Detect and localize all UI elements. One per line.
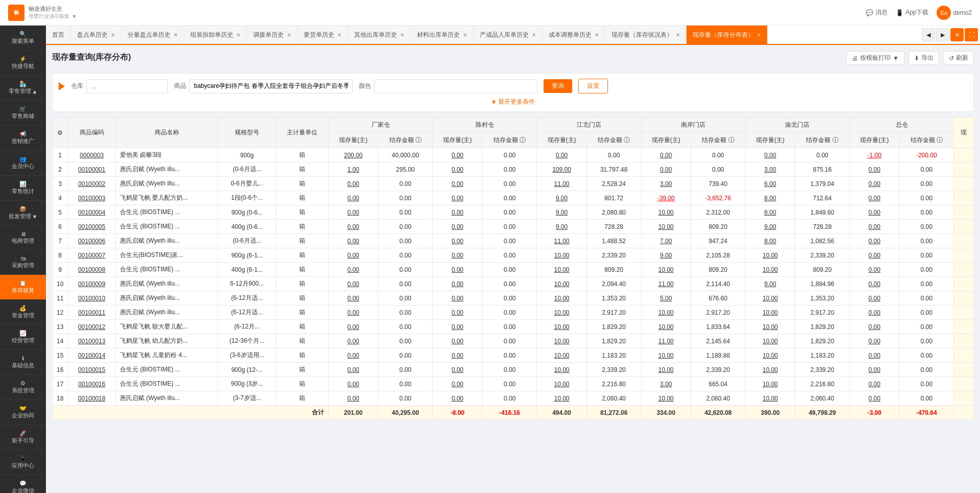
row-g4q[interactable]: 7.00 [641,234,691,248]
row-g4q[interactable]: 3.00 [641,177,691,191]
row-g5q[interactable]: 8.00 [745,205,795,220]
row-g3q[interactable]: 10.00 [537,306,586,320]
row-g4q[interactable]: 5.00 [641,291,691,306]
row-g4q[interactable]: 11.00 [641,334,691,348]
row-tq[interactable]: 0.00 [850,363,899,377]
expand-triangle[interactable] [59,82,65,90]
row-g1q[interactable]: 0.00 [328,277,378,291]
row-g5q[interactable]: 10.00 [745,391,795,406]
row-g5q[interactable]: 6.00 [745,177,795,191]
print-btn[interactable]: 🖨 按模板打印 ▼ [846,51,904,65]
row-code[interactable]: 00100011 [68,306,116,320]
row-tq[interactable]: 0.00 [850,291,899,306]
app-download-btn[interactable]: 📱 App下载 [896,8,928,17]
row-g5q[interactable]: 10.00 [745,248,795,263]
row-g5q[interactable]: 8.00 [745,234,795,248]
tab-close-icon[interactable]: ✕ [174,32,178,38]
col-gear[interactable]: ⚙ [53,118,68,148]
sidebar-item-mall[interactable]: 🛒 零售商城 [0,101,46,126]
row-g5q[interactable]: 9.00 [745,277,795,291]
warehouse-input[interactable] [86,79,168,93]
row-g2q[interactable]: 0.00 [433,391,482,406]
row-g4q[interactable]: 10.00 [641,263,691,277]
row-g3q[interactable]: 10.00 [537,363,586,377]
row-g4q[interactable]: 10.00 [641,205,691,220]
row-g2q[interactable]: 0.00 [433,234,482,248]
row-tq[interactable]: 0.00 [850,248,899,263]
row-code[interactable]: 00100003 [68,191,116,205]
tab-close-icon[interactable]: ✕ [757,32,761,38]
row-g5q[interactable]: 3.00 [745,162,795,177]
row-tq[interactable]: 0.00 [850,348,899,363]
tab-costadjust[interactable]: 成本调整单历史 ✕ [543,26,605,44]
row-code[interactable]: 00100013 [68,334,116,348]
goods-input[interactable] [189,79,353,93]
row-g1q[interactable]: 0.00 [328,391,378,406]
row-g2q[interactable]: 0.00 [433,291,482,306]
row-g3q[interactable]: 109.00 [537,162,586,177]
row-g2q[interactable]: 0.00 [433,320,482,334]
tab-close-icon[interactable]: ✕ [532,32,536,38]
row-g5q[interactable]: 10.00 [745,263,795,277]
row-code[interactable]: 00100014 [68,348,116,363]
tab-close-icon[interactable]: ✕ [337,32,341,38]
row-g5q[interactable]: 10.00 [745,334,795,348]
sidebar-item-ops[interactable]: 📈 经营管理 [0,325,46,350]
tab-close-icon[interactable]: ✕ [463,32,467,38]
row-g3q[interactable]: 0.00 [537,148,586,162]
row-code[interactable]: 00100007 [68,248,116,263]
row-code[interactable]: 00100001 [68,162,116,177]
row-tq[interactable]: 0.00 [850,306,899,320]
row-g1q[interactable]: 0.00 [328,348,378,363]
row-code[interactable]: 00100006 [68,234,116,248]
tab-close-icon[interactable]: ✕ [595,32,599,38]
row-g1q[interactable]: 0.00 [328,177,378,191]
row-g4q[interactable]: 0.00 [641,148,691,162]
row-g4q[interactable]: 10.00 [641,220,691,234]
row-code[interactable]: 00100009 [68,277,116,291]
row-tq[interactable]: -1.00 [850,148,899,162]
row-tq[interactable]: 0.00 [850,277,899,291]
message-btn[interactable]: 💬 消息 [866,8,888,17]
tab-assembly[interactable]: 组装拆卸单历史 ✕ [184,26,247,44]
row-tq[interactable]: 0.00 [850,191,899,205]
row-g1q[interactable]: 0.00 [328,363,378,377]
row-g3q[interactable]: 11.00 [537,234,586,248]
tab-close-icon[interactable]: ✕ [236,32,240,38]
row-g5q[interactable]: 10.00 [745,377,795,391]
row-code[interactable]: 0000003 [68,148,116,162]
row-g3q[interactable]: 10.00 [537,263,586,277]
sidebar-item-search[interactable]: 🔍 搜索英单 [0,26,46,51]
row-tq[interactable]: 0.00 [850,263,899,277]
row-g2q[interactable]: 0.00 [433,306,482,320]
tab-close-icon[interactable]: ✕ [287,32,291,38]
row-code[interactable]: 00100004 [68,205,116,220]
row-g4q[interactable]: 11.00 [641,277,691,291]
tab-order[interactable]: 要货单历史 ✕ [298,26,348,44]
row-g2q[interactable]: 0.00 [433,263,482,277]
tab-maximize-btn[interactable]: ⛶ [965,28,978,41]
row-g1q[interactable]: 0.00 [328,205,378,220]
color-input[interactable] [374,79,537,93]
row-g2q[interactable]: 0.00 [433,248,482,263]
export-btn[interactable]: ⬇ 导出 [909,51,939,65]
row-g2q[interactable]: 0.00 [433,220,482,234]
sidebar-item-guide[interactable]: 🚀 新手引导 [0,425,46,450]
sidebar-item-retail[interactable]: 🏪 零售管理▲ [0,76,46,101]
user-area[interactable]: Ea demo2 [937,6,972,20]
row-g4q[interactable]: 10.00 [641,348,691,363]
row-g4q[interactable]: 10.00 [641,391,691,406]
row-g4q[interactable]: 3.00 [641,377,691,391]
tab-close-icon[interactable]: ✕ [111,32,115,38]
tab-prev-btn[interactable]: ◀ [922,28,935,41]
row-code[interactable]: 00100005 [68,220,116,234]
row-g1q[interactable]: 200.00 [328,148,378,162]
setting-btn[interactable]: 设置 [578,79,608,93]
row-g1q[interactable]: 0.00 [328,306,378,320]
logo-dropdown-icon[interactable]: ▼ [71,13,77,19]
refresh-btn[interactable]: ↺ 刷新 [943,51,974,65]
row-g2q[interactable]: 0.00 [433,191,482,205]
tab-next-btn[interactable]: ▶ [936,28,949,41]
sidebar-item-purchase[interactable]: 🛍 采购管理 [0,250,46,275]
row-g3q[interactable]: 11.00 [537,177,586,191]
